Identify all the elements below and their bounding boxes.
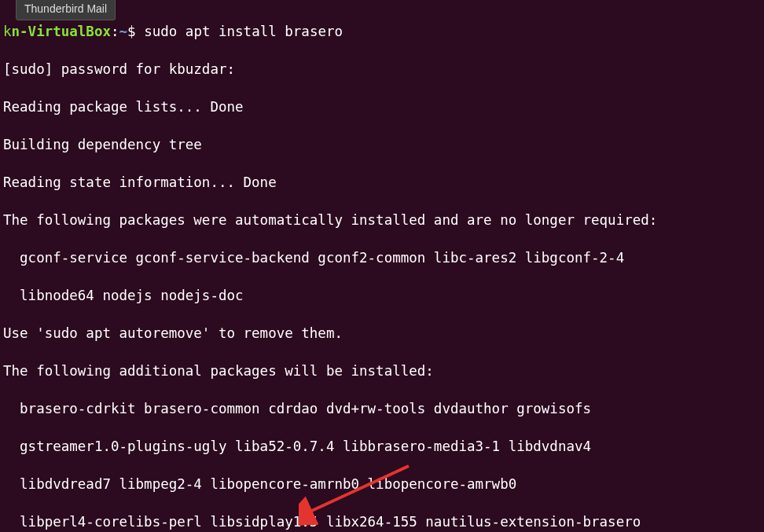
terminal-output[interactable]: kn-VirtualBox:~$ sudo apt install braser…	[3, 3, 761, 532]
output-line: Reading state information... Done	[3, 173, 761, 192]
prompt-line: kn-VirtualBox:~$ sudo apt install braser…	[3, 22, 761, 41]
prompt-symbol: $	[127, 24, 136, 39]
command-text: sudo apt install brasero	[144, 24, 343, 39]
output-line: libnode64 nodejs nodejs-doc	[3, 286, 761, 305]
output-line: Building dependency tree	[3, 135, 761, 154]
prompt-user-host: n-VirtualBox	[12, 24, 111, 39]
prompt-sep: :	[111, 24, 119, 39]
tooltip-thunderbird: Thunderbird Mail	[16, 0, 116, 20]
output-line: libperl4-corelibs-perl libsidplay1v5 lib…	[3, 512, 761, 531]
output-line: libdvdread7 libmpeg2-4 libopencore-amrnb…	[3, 475, 761, 493]
output-line: brasero-cdrkit brasero-common cdrdao dvd…	[3, 399, 761, 418]
output-line: gconf-service gconf-service-backend gcon…	[3, 248, 761, 267]
output-line: The following additional packages will b…	[3, 361, 761, 380]
output-line: gstreamer1.0-plugins-ugly liba52-0.7.4 l…	[3, 437, 761, 456]
prompt-path: ~	[119, 24, 128, 39]
output-line: Use 'sudo apt autoremove' to remove them…	[3, 324, 761, 343]
prompt-prefix: k	[3, 24, 12, 39]
output-line: [sudo] password for kbuzdar:	[3, 60, 761, 79]
output-line: The following packages were automaticall…	[3, 211, 761, 229]
output-line: Reading package lists... Done	[3, 97, 761, 116]
